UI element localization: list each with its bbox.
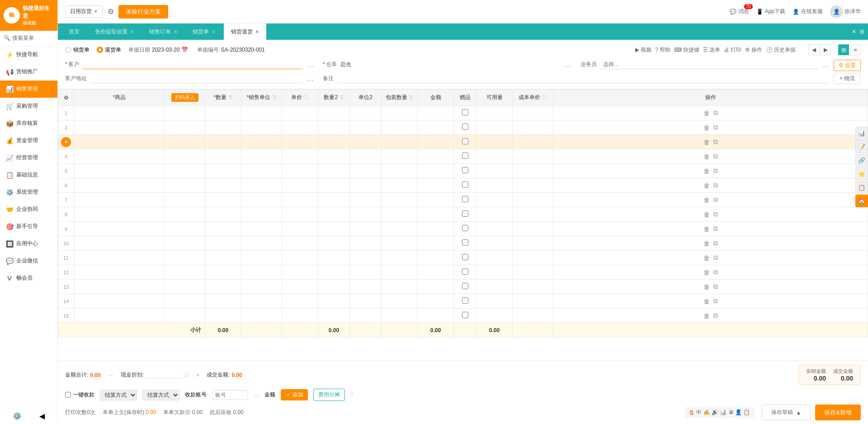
- user-avatar-container[interactable]: 👤 徐泽华: [830, 5, 861, 18]
- radio-delivery[interactable]: 销货单: [65, 46, 90, 54]
- address-dots[interactable]: …: [307, 75, 314, 83]
- product-input[interactable]: [77, 226, 161, 232]
- customer-dots[interactable]: …: [307, 61, 314, 69]
- qty-cell[interactable]: [205, 265, 241, 280]
- unitprice-cell[interactable]: [282, 135, 318, 149]
- unit-cell[interactable]: [241, 222, 282, 236]
- sidebar-item-app-center[interactable]: 🔲 应用中心: [0, 235, 57, 252]
- unit-cell[interactable]: [241, 149, 282, 164]
- add-row-btn[interactable]: +: [61, 137, 71, 147]
- toolbar-list-view-btn[interactable]: ≡: [850, 44, 861, 55]
- unit-input[interactable]: [244, 110, 279, 116]
- gift-cell[interactable]: [454, 178, 476, 193]
- online-service-item[interactable]: 👤 在线客服: [793, 8, 823, 15]
- product-cell[interactable]: [74, 207, 165, 222]
- row-delete-btn[interactable]: 🗑: [703, 210, 711, 219]
- col-qty-sort[interactable]: ⇅: [228, 94, 233, 100]
- unitprice-input[interactable]: [285, 211, 315, 218]
- unitprice-input[interactable]: [285, 124, 315, 131]
- one-key-payment-checkbox[interactable]: [65, 392, 71, 398]
- gift-checkbox[interactable]: [462, 297, 468, 304]
- sidebar-collapse-icon[interactable]: ◀: [39, 412, 45, 420]
- gift-checkbox[interactable]: [462, 312, 468, 318]
- gift-cell[interactable]: [454, 193, 476, 207]
- unitprice-input[interactable]: [285, 269, 315, 276]
- qty-input[interactable]: [208, 255, 238, 261]
- row-delete-btn[interactable]: 🗑: [703, 152, 711, 161]
- gift-checkbox[interactable]: [462, 268, 468, 275]
- unit-input[interactable]: [244, 153, 279, 160]
- gift-checkbox[interactable]: [462, 210, 468, 217]
- row-delete-btn[interactable]: 🗑: [703, 123, 711, 132]
- unitprice-input[interactable]: [285, 168, 315, 174]
- product-cell[interactable]: [74, 149, 165, 164]
- tabs-menu-icon[interactable]: ⊞: [860, 29, 864, 35]
- toolbar-prev-btn[interactable]: ◀: [808, 44, 819, 55]
- salesperson-input[interactable]: [600, 60, 818, 69]
- product-cell[interactable]: [74, 265, 165, 280]
- qty-input[interactable]: [208, 153, 238, 160]
- unitprice-input[interactable]: [285, 197, 315, 203]
- row-copy-btn[interactable]: ⧉: [712, 195, 719, 205]
- gift-checkbox[interactable]: [462, 181, 468, 188]
- gift-cell[interactable]: [454, 251, 476, 265]
- discount-input[interactable]: [146, 372, 182, 378]
- product-cell[interactable]: [74, 120, 165, 135]
- unit-input[interactable]: [244, 168, 279, 174]
- gift-cell[interactable]: [454, 280, 476, 294]
- account-input[interactable]: [212, 390, 248, 400]
- qty-input[interactable]: [208, 110, 238, 116]
- unit-cell[interactable]: [241, 106, 282, 120]
- unitprice-cell[interactable]: [282, 309, 318, 323]
- gift-cell[interactable]: [454, 106, 476, 120]
- add-btn[interactable]: ＋ 添加: [281, 389, 308, 400]
- unitprice-cell[interactable]: [282, 178, 318, 193]
- product-cell[interactable]: [74, 251, 165, 265]
- save-draft-btn[interactable]: 保存草稿 ▲: [762, 405, 811, 420]
- message-icon-container[interactable]: 💬 消息 70: [730, 8, 749, 15]
- toolbar-grid-view-btn[interactable]: ⊞: [838, 44, 849, 55]
- tab-home[interactable]: 首页: [61, 24, 87, 40]
- sidebar-item-operations[interactable]: 📈 经营管理: [0, 149, 57, 167]
- unit-input[interactable]: [244, 226, 279, 232]
- tab-sales-delivery-close[interactable]: ×: [212, 28, 215, 35]
- right-panel-btn-4[interactable]: ⭐: [855, 167, 868, 180]
- sidebar-item-system[interactable]: ⚙️ 系统管理: [0, 184, 57, 201]
- product-input[interactable]: [77, 298, 161, 305]
- row-copy-btn[interactable]: ⧉: [712, 238, 719, 248]
- tabs-close-all-icon[interactable]: ✕: [852, 29, 856, 35]
- qty-cell[interactable]: [205, 120, 241, 135]
- right-panel-btn-3[interactable]: 🔗: [855, 154, 868, 167]
- qty-input[interactable]: [208, 182, 238, 189]
- app-download-item[interactable]: 📱 App下载: [756, 8, 785, 15]
- unit-input[interactable]: [244, 124, 279, 131]
- qty-input[interactable]: [208, 211, 238, 218]
- qty-cell[interactable]: [205, 178, 241, 193]
- toolbar-operate[interactable]: ⚙ 操作: [745, 46, 762, 54]
- unit-input[interactable]: [244, 240, 279, 247]
- row-copy-btn[interactable]: ⧉: [712, 267, 719, 277]
- tab-sale-price[interactable]: 售价提取设置 ×: [88, 24, 141, 40]
- product-input[interactable]: [77, 182, 161, 189]
- product-cell[interactable]: [74, 236, 165, 251]
- tab-sales-order[interactable]: 销售订单 ×: [142, 24, 184, 40]
- unitprice-input[interactable]: [285, 139, 315, 145]
- product-input[interactable]: [77, 255, 161, 261]
- unit-input[interactable]: [244, 313, 279, 319]
- product-input[interactable]: [77, 284, 161, 290]
- unitprice-input[interactable]: [285, 313, 315, 319]
- row-delete-btn[interactable]: 🗑: [703, 224, 711, 233]
- scan-btn[interactable]: 扫码录入: [171, 93, 198, 102]
- right-panel-btn-1[interactable]: 📊: [855, 127, 868, 139]
- unit-cell[interactable]: [241, 265, 282, 280]
- row-copy-btn[interactable]: ⧉: [712, 108, 719, 118]
- save-new-btn[interactable]: 保存&新增: [815, 405, 861, 420]
- unitprice-cell[interactable]: [282, 193, 318, 207]
- unitprice-input[interactable]: [285, 298, 315, 305]
- unit-input[interactable]: [244, 197, 279, 203]
- unit-input[interactable]: [244, 255, 279, 261]
- sidebar-item-quick-nav[interactable]: ⚡ 快捷导航: [0, 46, 57, 63]
- gift-cell[interactable]: [454, 135, 476, 149]
- warehouse-dots[interactable]: …: [564, 61, 571, 69]
- product-cell[interactable]: [74, 222, 165, 236]
